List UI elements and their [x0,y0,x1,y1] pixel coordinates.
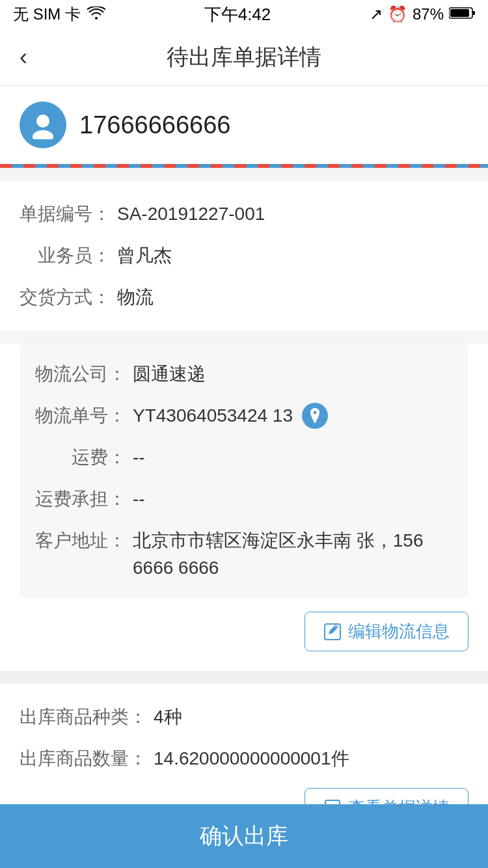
back-icon: ‹ [20,44,27,70]
salesman-label: 业务员： [20,242,111,269]
address-row: 客户地址： 北京市市辖区海淀区永丰南 张，156 6666 6666 [35,527,453,582]
freight-row: 运费： -- [35,444,453,471]
basic-info-section: 单据编号： SA-20191227-001 业务员： 曾凡杰 交货方式： 物流 [0,181,488,331]
alarm-icon: ⏰ [388,5,407,23]
edit-logistics-area: 编辑物流信息 [20,612,468,651]
doc-number-row: 单据编号： SA-20191227-001 [20,200,468,228]
nav-bar: ‹ 待出库单据详情 [0,29,488,86]
freight-bear-value: -- [133,485,453,513]
edit-logistics-label: 编辑物流信息 [348,620,450,643]
goods-quantity-row: 出库商品数量： 14.620000000000001件 [20,745,468,772]
goods-quantity-label: 出库商品数量： [20,745,147,772]
edit-logistics-button[interactable]: 编辑物流信息 [305,612,468,651]
confirm-button-label: 确认出库 [200,821,288,851]
svg-point-4 [33,130,53,139]
section-divider [0,671,488,684]
logistics-card: 物流公司： 圆通速递 物流单号： YT43064053424 13 运费： --… [20,344,468,599]
customer-header: 17666666666 [0,86,488,164]
battery-label: 87% [413,5,444,23]
salesman-value: 曾凡杰 [117,242,468,269]
svg-point-3 [36,115,49,128]
tracking-row: 物流单号： YT43064053424 13 [35,402,453,429]
logistics-company-label: 物流公司： [35,360,126,388]
address-label: 客户地址： [35,527,126,554]
goods-quantity-value: 14.620000000000001件 [154,745,468,772]
edit-icon [323,623,342,641]
status-right: ↗ ⏰ 87% [370,5,475,23]
customer-phone: 17666666666 [79,111,230,139]
delivery-row: 交货方式： 物流 [20,284,468,311]
delivery-label: 交货方式： [20,284,111,311]
map-location-icon[interactable] [302,403,328,429]
goods-type-row: 出库商品种类： 4种 [20,703,468,731]
logistics-company-value: 圆通速递 [133,360,453,388]
address-value: 北京市市辖区海淀区永丰南 张，156 6666 6666 [133,527,453,582]
confirm-bar[interactable]: 确认出库 [0,804,488,868]
back-button[interactable]: ‹ [20,37,40,77]
status-left: 无 SIM 卡 [13,4,105,25]
goods-type-value: 4种 [154,703,468,731]
page-title: 待出库单据详情 [167,42,321,72]
doc-number-label: 单据编号： [20,200,111,228]
logistics-company-row: 物流公司： 圆通速递 [35,360,453,388]
freight-value: -- [133,444,453,471]
salesman-row: 业务员： 曾凡杰 [20,242,468,269]
battery-icon [449,5,475,23]
carrier-label: 无 SIM 卡 [13,4,81,25]
status-time: 下午4:42 [204,3,271,26]
doc-number-value: SA-20191227-001 [117,200,468,228]
status-bar: 无 SIM 卡 下午4:42 ↗ ⏰ 87% [0,0,488,29]
freight-bear-label: 运费承担： [35,485,126,513]
dashed-divider [0,164,488,168]
tracking-value: YT43064053424 13 [133,402,453,429]
freight-bear-row: 运费承担： -- [35,485,453,513]
avatar [20,102,66,148]
freight-label: 运费： [35,444,126,471]
location-status-icon: ↗ [370,5,383,23]
tracking-label: 物流单号： [35,402,126,429]
logistics-section: 物流公司： 圆通速递 物流单号： YT43064053424 13 运费： --… [0,344,488,671]
wifi-icon [87,5,105,23]
delivery-value: 物流 [117,284,468,311]
svg-rect-2 [450,9,469,17]
goods-type-label: 出库商品种类： [20,703,147,731]
svg-rect-1 [472,11,475,15]
